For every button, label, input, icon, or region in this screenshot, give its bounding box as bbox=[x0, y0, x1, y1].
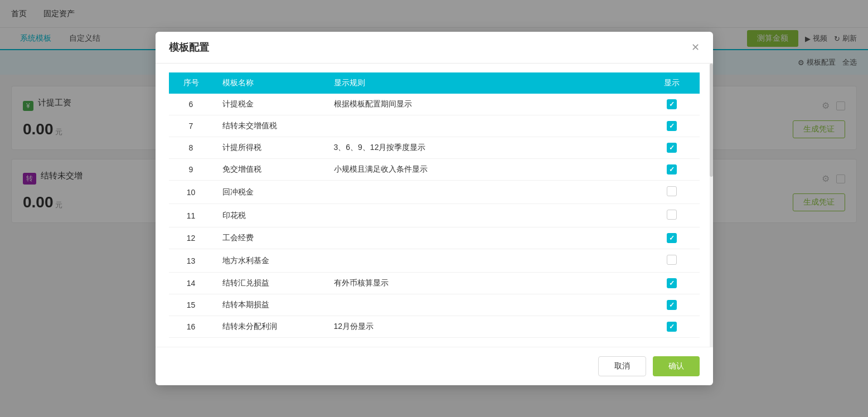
cell-id: 13 bbox=[169, 249, 214, 273]
table-row: 6计提税金根据模板配置期间显示 bbox=[169, 94, 700, 115]
table-row: 11印花税 bbox=[169, 204, 700, 227]
cell-name: 结转汇兑损益 bbox=[214, 273, 325, 294]
checkbox-checked[interactable] bbox=[667, 278, 677, 288]
cell-rule: 根据模板配置期间显示 bbox=[325, 94, 644, 115]
cell-id: 9 bbox=[169, 159, 214, 181]
cell-name: 地方水利基金 bbox=[214, 249, 325, 273]
table-header: 序号 模板名称 显示规则 显示 bbox=[169, 72, 700, 94]
cell-checkbox bbox=[644, 94, 700, 115]
cell-id: 15 bbox=[169, 294, 214, 316]
checkbox-checked[interactable] bbox=[667, 164, 677, 174]
confirm-button[interactable]: 确认 bbox=[653, 356, 700, 376]
checkbox-checked[interactable] bbox=[667, 233, 677, 243]
table-row: 8计提所得税3、6、9、12月按季度显示 bbox=[169, 137, 700, 159]
table-body: 6计提税金根据模板配置期间显示7结转未交增值税8计提所得税3、6、9、12月按季… bbox=[169, 94, 700, 338]
dialog-footer: 取消 确认 bbox=[156, 347, 713, 385]
cell-name: 印花税 bbox=[214, 204, 325, 227]
cell-id: 10 bbox=[169, 181, 214, 204]
cell-checkbox bbox=[644, 316, 700, 338]
modal-overlay: 模板配置 ✕ 序号 模板名称 显示规则 显示 6计提税金根据模板配置期间显示7结… bbox=[0, 0, 868, 417]
checkbox-unchecked[interactable] bbox=[667, 186, 677, 196]
cell-rule bbox=[325, 115, 644, 137]
table-row: 14结转汇兑损益有外币核算显示 bbox=[169, 273, 700, 294]
table-row: 10回冲税金 bbox=[169, 181, 700, 204]
checkbox-checked[interactable] bbox=[667, 99, 677, 109]
cell-name: 工会经费 bbox=[214, 227, 325, 249]
col-header-display: 显示 bbox=[644, 72, 700, 94]
cell-id: 7 bbox=[169, 115, 214, 137]
cell-name: 免交增值税 bbox=[214, 159, 325, 181]
dialog-body: 序号 模板名称 显示规则 显示 6计提税金根据模板配置期间显示7结转未交增值税8… bbox=[156, 64, 713, 347]
table-row: 16结转未分配利润12月份显示 bbox=[169, 316, 700, 338]
cell-rule bbox=[325, 227, 644, 249]
table-row: 9免交增值税小规模且满足收入条件显示 bbox=[169, 159, 700, 181]
checkbox-unchecked[interactable] bbox=[667, 210, 677, 220]
col-header-name: 模板名称 bbox=[214, 72, 325, 94]
cell-name: 计提所得税 bbox=[214, 137, 325, 159]
checkbox-checked[interactable] bbox=[667, 143, 677, 153]
cell-id: 16 bbox=[169, 316, 214, 338]
cell-rule bbox=[325, 249, 644, 273]
cell-rule: 有外币核算显示 bbox=[325, 273, 644, 294]
cell-name: 计提税金 bbox=[214, 94, 325, 115]
dialog-title: 模板配置 bbox=[169, 41, 209, 54]
cell-id: 14 bbox=[169, 273, 214, 294]
cell-checkbox bbox=[644, 137, 700, 159]
scrollbar-track bbox=[710, 64, 713, 347]
table-row: 13地方水利基金 bbox=[169, 249, 700, 273]
cell-rule: 小规模且满足收入条件显示 bbox=[325, 159, 644, 181]
cell-name: 回冲税金 bbox=[214, 181, 325, 204]
cell-checkbox bbox=[644, 204, 700, 227]
cell-id: 8 bbox=[169, 137, 214, 159]
cell-rule bbox=[325, 294, 644, 316]
cell-checkbox bbox=[644, 159, 700, 181]
cell-id: 12 bbox=[169, 227, 214, 249]
cell-id: 11 bbox=[169, 204, 214, 227]
table-row: 15结转本期损益 bbox=[169, 294, 700, 316]
cell-checkbox bbox=[644, 249, 700, 273]
scrollbar-thumb[interactable] bbox=[710, 64, 713, 177]
checkbox-checked[interactable] bbox=[667, 121, 677, 131]
config-table: 序号 模板名称 显示规则 显示 6计提税金根据模板配置期间显示7结转未交增值税8… bbox=[169, 72, 700, 338]
cell-rule: 12月份显示 bbox=[325, 316, 644, 338]
col-header-id: 序号 bbox=[169, 72, 214, 94]
close-button[interactable]: ✕ bbox=[691, 42, 700, 52]
cell-checkbox bbox=[644, 273, 700, 294]
cell-name: 结转未分配利润 bbox=[214, 316, 325, 338]
col-header-rule: 显示规则 bbox=[325, 72, 644, 94]
template-config-dialog: 模板配置 ✕ 序号 模板名称 显示规则 显示 6计提税金根据模板配置期间显示7结… bbox=[156, 32, 713, 385]
table-row: 12工会经费 bbox=[169, 227, 700, 249]
dialog-header: 模板配置 ✕ bbox=[156, 32, 713, 64]
cell-checkbox bbox=[644, 294, 700, 316]
checkbox-checked[interactable] bbox=[667, 300, 677, 310]
cell-rule bbox=[325, 181, 644, 204]
cell-rule bbox=[325, 204, 644, 227]
cell-name: 结转本期损益 bbox=[214, 294, 325, 316]
cell-rule: 3、6、9、12月按季度显示 bbox=[325, 137, 644, 159]
cell-checkbox bbox=[644, 181, 700, 204]
cell-name: 结转未交增值税 bbox=[214, 115, 325, 137]
table-row: 7结转未交增值税 bbox=[169, 115, 700, 137]
cell-checkbox bbox=[644, 115, 700, 137]
checkbox-unchecked[interactable] bbox=[667, 255, 677, 265]
cell-id: 6 bbox=[169, 94, 214, 115]
cancel-button[interactable]: 取消 bbox=[598, 356, 646, 376]
checkbox-checked[interactable] bbox=[667, 322, 677, 332]
cell-checkbox bbox=[644, 227, 700, 249]
